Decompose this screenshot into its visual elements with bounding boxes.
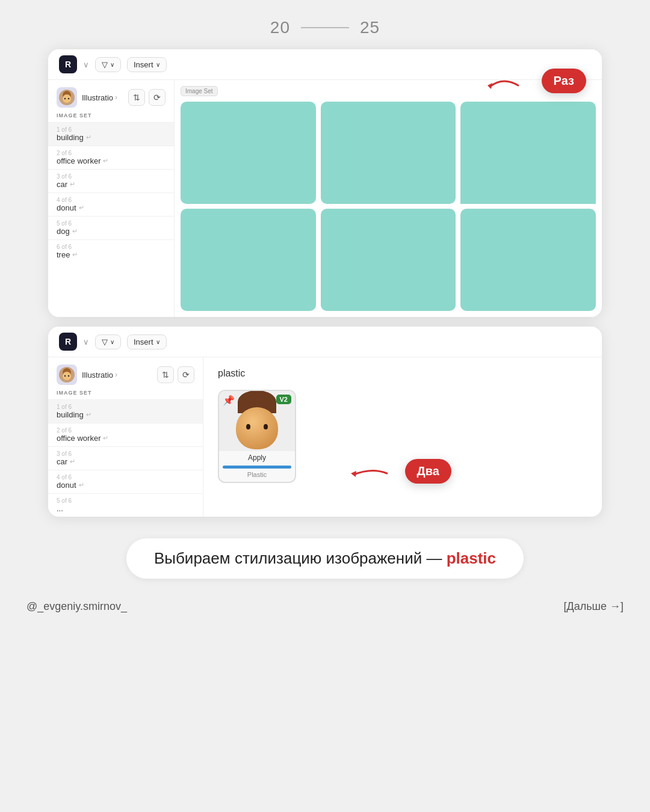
- footer-next[interactable]: [Дальше →]: [563, 600, 624, 613]
- return-icon: ↵: [72, 251, 78, 259]
- raz-bubble: Раз: [542, 69, 586, 93]
- sidebar-thumbnail: [57, 87, 77, 108]
- sidebar-list: 1 of 6 building ↵ 2 of 6 office worker ↵…: [48, 122, 174, 263]
- item-text: office worker ↵: [57, 434, 194, 446]
- panel2-content: plastic 📌 V2: [203, 357, 602, 517]
- item-text: building ↵: [57, 133, 166, 146]
- toolbar-logo[interactable]: R: [59, 55, 77, 73]
- toolbar2-filter-btn[interactable]: ▽ ∨: [95, 334, 121, 349]
- image-cell: [321, 209, 456, 311]
- item-text: ...: [57, 504, 194, 517]
- pin-icon: 📌: [223, 395, 235, 406]
- item-num: 2 of 6: [57, 423, 194, 434]
- sidebar2-tag: IMAGE SET: [48, 390, 203, 399]
- insert-chevron-icon: ∨: [156, 61, 160, 68]
- sidebar2-actions: ⇅ ⟳: [157, 366, 194, 383]
- insert2-label: Insert: [134, 337, 153, 346]
- list-item[interactable]: 4 of 6 donut ↵: [48, 470, 203, 493]
- svg-point-4: [68, 98, 69, 99]
- footer-handle: @_evgeniy.smirnov_: [26, 600, 127, 613]
- item-num: 3 of 6: [57, 170, 166, 180]
- sidebar-action-sliders[interactable]: ⇅: [128, 89, 145, 106]
- style-card: 📌 V2 Apply: [218, 390, 296, 483]
- sidebar2-label-path: Illustratio ›: [82, 371, 117, 380]
- list-item[interactable]: 5 of 6 dog ↵: [48, 216, 174, 239]
- number-right: 25: [360, 18, 380, 37]
- number-divider: [301, 27, 349, 28]
- toolbar2-insert-btn[interactable]: Insert ∨: [127, 334, 167, 349]
- panel2-sidebar: Illustratio › ⇅ ⟳ IMAGE SET 1 of 6 build…: [48, 357, 203, 517]
- image-grid: [175, 80, 602, 317]
- item-num: 3 of 6: [57, 447, 194, 457]
- top-numbers-section: 20 25: [0, 0, 650, 49]
- avatar2-icon: [58, 366, 75, 383]
- sidebar-action-share[interactable]: ⟳: [149, 89, 166, 106]
- style-card-image: 📌 V2: [219, 391, 295, 451]
- svg-point-10: [68, 375, 69, 377]
- toolbar-filter-btn[interactable]: ▽ ∨: [95, 57, 121, 72]
- sidebar2-action-share[interactable]: ⟳: [178, 366, 194, 383]
- image-cell: [321, 102, 456, 204]
- list-item[interactable]: 2 of 6 office worker ↵: [48, 146, 174, 169]
- sidebar2-header: Illustratio › ⇅ ⟳: [48, 357, 203, 390]
- caption-highlight: plastic: [447, 549, 496, 567]
- v2-badge: V2: [276, 395, 291, 404]
- sidebar2-thumbnail: [57, 364, 77, 385]
- avatar-icon: [58, 89, 75, 106]
- sidebar2-label: Illustratio: [82, 371, 113, 380]
- list-item[interactable]: 3 of 6 car ↵: [48, 169, 174, 192]
- image-cell: [181, 102, 316, 204]
- list-item[interactable]: 1 of 6 building ↵: [48, 122, 174, 146]
- panel1-wrapper: R ∨ ▽ ∨ Insert ∨: [24, 49, 626, 317]
- number-left: 20: [270, 18, 290, 37]
- svg-marker-11: [351, 471, 356, 477]
- image-cell: [181, 209, 316, 311]
- char-eye-left: [246, 424, 250, 429]
- raz-arrow-icon: [485, 73, 521, 97]
- panel1-sidebar: Illustratio › ⇅ ⟳ IMAGE SET 1 of 6 build…: [48, 80, 175, 317]
- item-text: tree ↵: [57, 250, 166, 263]
- list-item[interactable]: 1 of 6 building ↵: [48, 399, 203, 423]
- list-item[interactable]: 6 of 6 tree ↵: [48, 239, 174, 263]
- footer: @_evgeniy.smirnov_ [Дальше →]: [0, 579, 650, 630]
- sidebar-actions: ⇅ ⟳: [128, 89, 166, 106]
- character-figure: [236, 398, 278, 449]
- style-apply-label: Apply: [219, 451, 295, 466]
- sidebar2-list: 1 of 6 building ↵ 2 of 6 office worker ↵…: [48, 399, 203, 517]
- return-icon: ↵: [72, 227, 78, 235]
- image-set-tag: Image Set: [181, 86, 218, 96]
- insert2-chevron-icon: ∨: [156, 339, 160, 345]
- sidebar2-action-sliders[interactable]: ⇅: [157, 366, 174, 383]
- item-text: car ↵: [57, 180, 166, 192]
- panel1-body: Illustratio › ⇅ ⟳ IMAGE SET 1 of 6 build…: [48, 80, 602, 317]
- list-item[interactable]: 4 of 6 donut ↵: [48, 192, 174, 216]
- panel2-toolbar: R ∨ ▽ ∨ Insert ∨: [48, 327, 602, 357]
- caption-plain: Выбираем стилизацию изображений —: [154, 549, 447, 567]
- sidebar-label: Illustratio: [82, 93, 113, 102]
- sidebar2-chevron-icon: ›: [115, 371, 117, 379]
- return-icon: ↵: [70, 180, 75, 188]
- char-eye-right: [264, 424, 268, 429]
- toolbar-insert-btn[interactable]: Insert ∨: [127, 57, 167, 72]
- toolbar2-logo[interactable]: R: [59, 333, 77, 351]
- sidebar-header: Illustratio › ⇅ ⟳: [48, 80, 174, 112]
- sidebar-tag: IMAGE SET: [48, 112, 174, 122]
- panel1-content: Image Set: [175, 80, 602, 317]
- item-text: donut ↵: [57, 481, 194, 493]
- style-progress-bar: [223, 466, 291, 469]
- item-num: 2 of 6: [57, 146, 166, 156]
- dva-bubble: Два: [405, 459, 451, 484]
- list-item[interactable]: 5 of 6 ...: [48, 493, 203, 517]
- list-item[interactable]: 3 of 6 car ↵: [48, 446, 203, 470]
- item-text: car ↵: [57, 457, 194, 470]
- svg-marker-5: [488, 83, 492, 89]
- item-num: 4 of 6: [57, 470, 194, 481]
- item-num: 5 of 6: [57, 217, 166, 227]
- image-cell: [460, 102, 596, 204]
- return-icon: ↵: [70, 458, 75, 466]
- return-icon: ↵: [79, 204, 84, 212]
- list-item[interactable]: 2 of 6 office worker ↵: [48, 423, 203, 446]
- item-text: dog ↵: [57, 227, 166, 239]
- toolbar-chevron-icon: ∨: [83, 60, 89, 69]
- filter-chevron-icon: ∨: [110, 61, 114, 68]
